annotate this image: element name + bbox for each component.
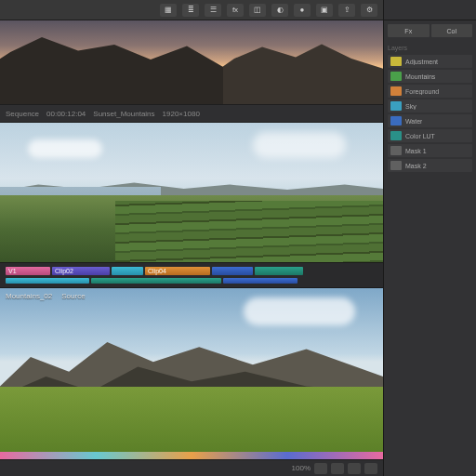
snap-icon[interactable] [314,463,327,474]
app-root: ▦ ≣ ☰ fx ◫ ◐ ● ▣ ⇪ ⚙ Sequence 00:00:12:0… [0,0,476,476]
layer-label: Water [405,118,422,125]
timeline-track-v2[interactable] [6,278,377,284]
list-icon[interactable]: ☰ [205,4,221,17]
color-swatch-icon [390,116,402,126]
timeline-clip[interactable]: Clip02 [52,267,110,275]
cam-icon[interactable]: ▣ [316,4,333,17]
timeline-clip[interactable] [223,278,298,284]
clip-kind: Source [61,292,85,300]
timeline-clip[interactable] [6,278,89,284]
color-swatch-icon [390,86,402,96]
color-swatch-icon [390,161,402,170]
layer-row[interactable]: Mountains [388,70,472,83]
main-column: ▦ ≣ ☰ fx ◫ ◐ ● ▣ ⇪ ⚙ Sequence 00:00:12:0… [0,0,383,476]
timeline-clip[interactable] [255,267,303,275]
grid-icon[interactable]: ▦ [160,4,177,17]
crop-icon[interactable]: ◫ [249,4,266,17]
settings-icon[interactable] [348,463,361,474]
color-swatch-icon [390,72,402,81]
cloud-graphic [244,298,355,325]
tab-col[interactable]: Col [431,24,473,37]
cloud-graphic [28,139,102,158]
color-swatch-icon [390,146,402,155]
timeline-clip[interactable]: V1 [6,267,50,275]
source-monitor[interactable] [0,123,383,262]
mountain-left [0,30,223,104]
timeline-clip[interactable] [212,267,253,275]
clip-meta: Mountains_02 Source [6,292,86,300]
side-header [384,0,476,20]
layers-icon[interactable]: ≣ [182,4,199,17]
zoom-level: 100% [292,464,311,472]
layer-row[interactable]: Sky [388,99,472,112]
timeline-clip[interactable] [91,278,221,284]
color-scope-strip [0,452,383,459]
share-icon[interactable]: ⇪ [338,4,355,17]
timeline-clip[interactable]: Clip04 [145,267,210,275]
side-panel: Fx Col Layers AdjustmentMountainsForegro… [383,0,476,476]
layer-row[interactable]: Mask 1 [388,144,472,157]
timeline-panel[interactable]: V1Clip02Clip04 [0,262,383,288]
layer-label: Sky [405,103,416,110]
strip-res: 1920×1080 [163,110,200,118]
layer-label: Color LUT [405,133,435,139]
strip-name: Sunset_Mountains [93,110,154,118]
timeline-track-v1[interactable]: V1Clip02Clip04 [6,267,377,275]
layer-list: AdjustmentMountainsForegroundSkyWaterCol… [384,53,476,174]
program-monitor[interactable] [0,20,383,104]
layer-row[interactable]: Mask 2 [388,159,472,172]
layer-label: Adjustment [405,59,438,65]
strip-tc: 00:00:12:04 [46,110,86,118]
layer-row[interactable]: Adjustment [388,55,472,68]
layer-label: Foreground [405,88,439,95]
field-rows-graphic [115,201,383,262]
side-section-title: Layers [384,41,476,53]
side-tabs: Fx Col [384,20,476,41]
layer-label: Mountains [405,73,435,80]
layer-row[interactable]: Water [388,114,472,127]
cloud-graphic [253,132,346,158]
top-toolbar: ▦ ≣ ☰ fx ◫ ◐ ● ▣ ⇪ ⚙ [0,0,383,20]
mountain-right [206,39,383,104]
layer-label: Mask 2 [405,163,427,169]
fx-icon[interactable]: fx [227,4,244,17]
layer-row[interactable]: Foreground [388,85,472,98]
layer-label: Mask 1 [405,148,427,154]
mask-icon[interactable]: ◐ [271,4,288,17]
clip-name: Mountains_02 [6,292,52,300]
tab-fx[interactable]: Fx [388,24,430,37]
layer-row[interactable]: Color LUT [388,129,472,142]
color-swatch-icon [390,131,402,140]
color-swatch-icon [390,101,402,111]
grass-graphic [0,387,383,452]
status-bar: 100% [0,459,383,476]
mic-icon[interactable]: ● [294,4,311,17]
info-strip: Sequence 00:00:12:04 Sunset_Mountains 19… [0,104,383,123]
gear-icon[interactable]: ⚙ [361,4,377,17]
clip-preview[interactable]: Mountains_02 Source [0,288,383,452]
expand-icon[interactable] [364,463,377,474]
timeline-clip[interactable] [112,267,143,275]
strip-seq: Sequence [6,110,39,118]
marker-icon[interactable] [331,463,344,474]
color-swatch-icon [390,57,402,66]
